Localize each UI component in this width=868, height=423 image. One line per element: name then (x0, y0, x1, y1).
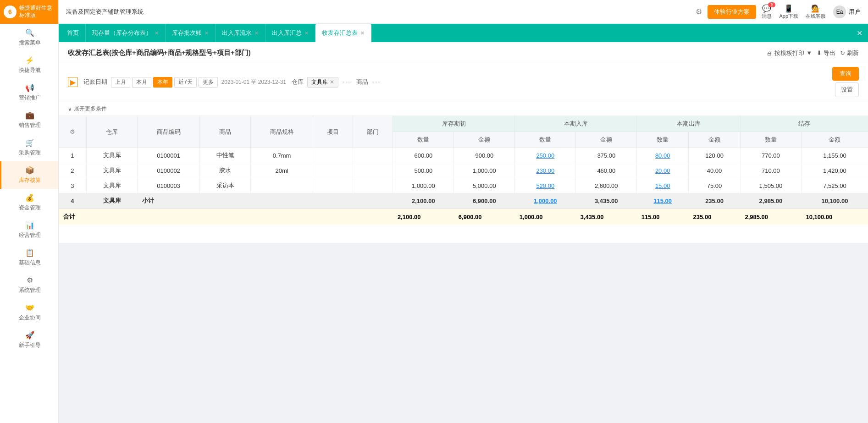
sidebar-icon-inventory: 📦 (25, 166, 34, 175)
sidebar-icon-enterprise: 🤝 (25, 303, 34, 312)
cell-out-amt-0: 120.00 (689, 148, 741, 163)
sidebar-item-marketing[interactable]: 📢营销推广 (0, 79, 58, 106)
subtotal-balance-amt: 10,100.00 (801, 193, 868, 209)
th-warehouse: 仓库 (86, 116, 137, 148)
date-filter-label: 记账日期 (83, 78, 107, 86)
tab-close-receive-send-summary[interactable]: ✕ (360, 30, 365, 36)
cell-no-1: 2 (59, 163, 86, 178)
subtotal-in-qty[interactable]: 1,000.00 (515, 193, 576, 209)
set-btn[interactable]: 设置 (835, 82, 859, 97)
cell-warehouse-2: 文具库 (86, 178, 137, 193)
th-period-in: 本期入库 (515, 116, 637, 132)
date-btn-this-month[interactable]: 本月 (132, 77, 151, 88)
cell-balance-amt-2: 7,525.00 (801, 178, 868, 193)
goods-filter: 商品 ··· (356, 78, 381, 86)
settings-icon[interactable]: ⚙ (696, 7, 702, 16)
sidebar-item-purchase[interactable]: 🛒采购管理 (0, 134, 58, 161)
th-opening-qty: 数量 (393, 132, 454, 148)
online-service-action[interactable]: 💁 在线客服 (806, 4, 826, 20)
sidebar-icon-search: 🔍 (25, 28, 34, 37)
experience-btn[interactable]: 体验行业方案 (708, 5, 756, 19)
th-out-amt: 金额 (689, 132, 741, 148)
th-balance: 结存 (740, 116, 868, 132)
tab-in-out-summary[interactable]: 出入库汇总✕ (265, 24, 315, 42)
tab-batch-ledger[interactable]: 库存批次账✕ (166, 24, 216, 42)
query-btn[interactable]: 查询 (832, 67, 859, 81)
date-btn-this-year[interactable]: 本年 (153, 77, 172, 88)
sidebar-item-basic-info[interactable]: 📋基础信息 (0, 244, 58, 271)
subtotal-opening-amt: 6,900.00 (454, 193, 515, 209)
refresh-btn[interactable]: ↻ 刷新 (840, 49, 859, 57)
cell-in-qty-1[interactable]: 230.00 (515, 163, 576, 178)
date-btn-more[interactable]: 更多 (199, 77, 218, 88)
subtotal-in-amt: 3,435.00 (576, 193, 637, 209)
warehouse-tag-remove[interactable]: ✕ (330, 79, 334, 85)
tab-receive-send-summary[interactable]: 收发存汇总表✕ (315, 24, 371, 42)
date-btn-prev-month[interactable]: 上月 (111, 77, 130, 88)
total-balance-amt: 10,100.00 (801, 209, 868, 225)
cell-warehouse-1: 文具库 (86, 163, 137, 178)
subtotal-opening-qty: 2,100.00 (393, 193, 454, 209)
sidebar-item-system[interactable]: ⚙系统管理 (0, 271, 58, 299)
cell-project-1 (313, 163, 353, 178)
sidebar-icon-sales: 💼 (25, 111, 34, 120)
message-action[interactable]: 6 💬 消息 (762, 4, 772, 20)
table-container: ⚙ 仓库 商品编码 商品 商品规格 项目 部门 库存期初 本期入库 本期出库 结… (59, 116, 868, 243)
sidebar: 6 畅捷通好生意 标准版 🔍搜索菜单⚡快捷导航📢营销推广💼销售管理🛒采购管理📦库… (0, 0, 59, 423)
cell-dept-2 (353, 178, 393, 193)
cell-out-qty-2[interactable]: 15.00 (637, 178, 689, 193)
warehouse-tag[interactable]: 文具库 ✕ (307, 77, 338, 88)
cell-project-0 (313, 148, 353, 163)
user-menu[interactable]: Ea 用户 (833, 5, 861, 18)
total-opening-amt: 6,900.00 (454, 209, 515, 225)
subtotal-out-qty[interactable]: 115.00 (637, 193, 689, 209)
sidebar-item-sales[interactable]: 💼销售管理 (0, 106, 58, 134)
goods-dots-btn[interactable]: ··· (372, 78, 381, 86)
export-btn[interactable]: ⬇ 导出 (817, 49, 835, 57)
tab-close-in-out-summary[interactable]: ✕ (304, 30, 309, 36)
cell-out-qty-0[interactable]: 80.00 (637, 148, 689, 163)
th-settings[interactable]: ⚙ (59, 116, 86, 148)
sidebar-icon-quick-nav: ⚡ (25, 56, 34, 65)
filter-toggle-btn[interactable]: ▶ (68, 77, 78, 87)
table-settings-icon[interactable]: ⚙ (70, 128, 75, 135)
tab-close-inventory-dist[interactable]: ✕ (155, 30, 159, 36)
warehouse-label: 仓库 (292, 78, 304, 86)
cell-out-qty-1[interactable]: 20.00 (637, 163, 689, 178)
tab-home[interactable]: 首页 (61, 24, 86, 42)
sidebar-item-guide[interactable]: 🚀新手引导 (0, 326, 58, 354)
table-subtotal-row: 4 文具库 小计 2,100.00 6,900.00 1,000.00 3,43… (59, 193, 868, 209)
sidebar-icon-marketing: 📢 (25, 83, 34, 92)
th-balance-qty: 数量 (740, 132, 801, 148)
tab-label-batch-ledger: 库存批次账 (172, 29, 202, 37)
tab-in-out-flow[interactable]: 出入库流水✕ (216, 24, 265, 42)
sidebar-item-inventory[interactable]: 📦库存核算 (0, 161, 58, 189)
main-content: 装备及固定资产辅助管理系统 ⚙ 体验行业方案 6 💬 消息 📱 App下载 💁 … (59, 0, 868, 423)
table-row: 2 文具库 0100002 胶水 20ml 500.00 1,000.00 23… (59, 163, 868, 178)
cell-name-1: 胶水 (199, 163, 250, 178)
print-btn[interactable]: 🖨 按模板打印 ▼ (767, 49, 812, 57)
sidebar-item-operations[interactable]: 📊经营管理 (0, 216, 58, 244)
cell-in-qty-0[interactable]: 250.00 (515, 148, 576, 163)
cell-opening-amt-2: 5,000.00 (454, 178, 515, 193)
warehouse-dots-btn[interactable]: ··· (342, 78, 351, 86)
filter-bar: ▶ 记账日期 上月 本月 本年 近7天 更多 2023-01-01 至 2023… (59, 62, 868, 102)
cell-spec-2 (251, 178, 313, 193)
tabbar-close-btn[interactable]: ✕ (853, 29, 866, 38)
cell-in-qty-2[interactable]: 520.00 (515, 178, 576, 193)
tab-inventory-dist[interactable]: 现存量（库存分布表）✕ (86, 24, 166, 42)
sidebar-item-enterprise[interactable]: 🤝企业协同 (0, 299, 58, 326)
app-download-action[interactable]: 📱 App下载 (779, 4, 798, 20)
th-goods-spec: 商品规格 (251, 116, 313, 148)
sidebar-item-search[interactable]: 🔍搜索菜单 (0, 24, 58, 51)
cell-dept-1 (353, 163, 393, 178)
expand-conditions-btn[interactable]: ∨ 展开更多条件 (68, 105, 859, 113)
tab-close-in-out-flow[interactable]: ✕ (254, 30, 259, 36)
sidebar-item-quick-nav[interactable]: ⚡快捷导航 (0, 51, 58, 79)
tab-close-batch-ledger[interactable]: ✕ (205, 30, 209, 36)
date-btn-7days[interactable]: 近7天 (174, 77, 197, 88)
system-name: 装备及固定资产辅助管理系统 (66, 8, 690, 16)
tab-label-home: 首页 (67, 29, 79, 37)
print-icon: 🖨 (767, 49, 773, 56)
sidebar-item-finance[interactable]: 💰资金管理 (0, 189, 58, 216)
